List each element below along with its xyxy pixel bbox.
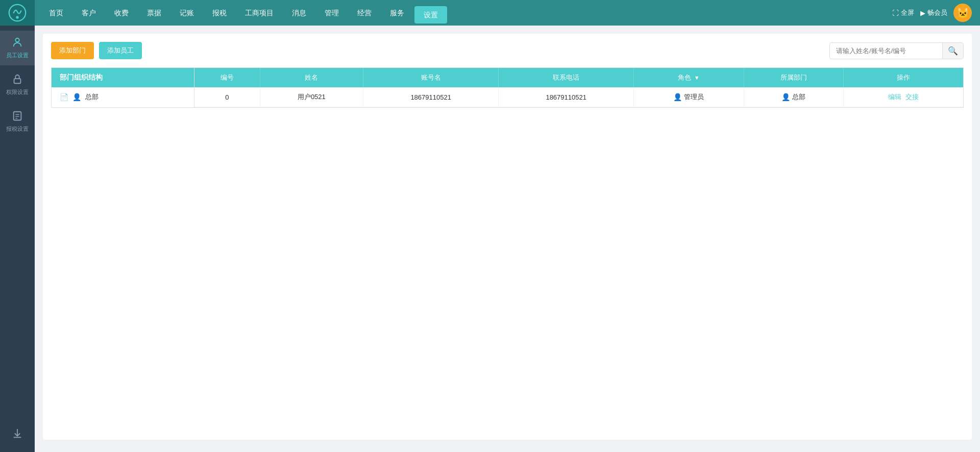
search-icon: 🔍	[948, 46, 958, 55]
search-area: 🔍	[829, 42, 964, 59]
nav-message[interactable]: 消息	[283, 0, 315, 26]
toolbar: 添加部门 添加员工 🔍	[51, 42, 964, 59]
nav-home[interactable]: 首页	[40, 0, 72, 26]
cell-actions: 编辑交接	[843, 87, 963, 107]
tree-item-headquarters[interactable]: 📄 👤 总部	[52, 87, 194, 107]
cell-name: 用户0521	[260, 87, 363, 107]
fullscreen-label: 全屏	[901, 8, 914, 17]
nav-bill[interactable]: 票据	[138, 0, 170, 26]
sidebar-permission-label: 权限设置	[6, 88, 29, 96]
col-id: 编号	[194, 68, 260, 87]
role-user-icon: 👤	[673, 93, 682, 101]
dept-label: 总部	[792, 92, 805, 102]
content-card: 添加部门 添加员工 🔍 部门组织结构 📄	[43, 34, 972, 440]
fullscreen-icon: ⛶	[892, 9, 899, 17]
cell-phone: 18679110521	[499, 87, 634, 107]
sidebar-item-permission[interactable]: 权限设置	[0, 67, 35, 102]
col-account: 账号名	[363, 68, 499, 87]
file-icon: 📄	[60, 93, 68, 101]
app-logo	[8, 4, 27, 22]
sidebar-tax-label: 报税设置	[6, 125, 29, 133]
dept-user-icon: 👤	[781, 93, 790, 101]
action-transfer-link[interactable]: 交接	[905, 93, 919, 101]
lock-icon	[12, 74, 23, 86]
main-layout: 员工设置 权限设置 报税设置	[0, 26, 980, 452]
content-area: 添加部门 添加员工 🔍 部门组织结构 📄	[35, 26, 980, 452]
table-header-row: 编号 姓名 账号名 联系电话	[194, 68, 963, 87]
sidebar-item-employee[interactable]: 员工设置	[0, 31, 35, 65]
report-icon	[12, 110, 23, 123]
svg-point-2	[15, 38, 19, 42]
filter-icon: ▼	[694, 75, 700, 81]
top-navigation: 首页 客户 收费 票据 记账 报税 工商项目 消息 管理 经营 服务 设置 ⛶ …	[0, 0, 980, 26]
cell-role: 👤 管理员	[634, 87, 744, 107]
nav-service[interactable]: 服务	[381, 0, 413, 26]
cell-account: 18679110521	[363, 87, 499, 107]
nav-fee[interactable]: 收费	[105, 0, 138, 26]
table-row: 0 用户0521 18679110521 18679110521 👤 管理员 👤…	[194, 87, 963, 107]
panel-layout: 部门组织结构 📄 👤 总部 编号	[51, 67, 964, 108]
employee-icon	[12, 37, 23, 50]
download-icon	[12, 428, 23, 441]
nav-accounting[interactable]: 记账	[170, 0, 203, 26]
nav-customer[interactable]: 客户	[72, 0, 105, 26]
fullscreen-button[interactable]: ⛶ 全屏	[892, 8, 914, 17]
col-action: 操作	[843, 68, 963, 87]
col-name: 姓名	[260, 68, 363, 87]
col-dept: 所属部门	[744, 68, 843, 87]
add-employee-button[interactable]: 添加员工	[99, 42, 142, 59]
nav-tax[interactable]: 报税	[203, 0, 236, 26]
nav-right: ⛶ 全屏 ▶ 畅会员 🐱	[892, 4, 980, 22]
vip-button[interactable]: ▶ 畅会员	[920, 8, 947, 17]
vip-label: 畅会员	[927, 8, 947, 17]
logo-area	[0, 0, 35, 26]
cell-dept: 👤 总部	[744, 87, 843, 107]
tree-header: 部门组织结构	[52, 68, 194, 87]
tree-item-label: 总部	[85, 92, 99, 102]
video-icon: ▶	[920, 9, 925, 17]
search-input[interactable]	[830, 44, 942, 58]
svg-rect-4	[14, 112, 21, 121]
employee-table: 编号 姓名 账号名 联系电话	[194, 68, 963, 107]
nav-operation[interactable]: 经营	[348, 0, 381, 26]
action-edit-link[interactable]: 编辑	[888, 93, 901, 101]
search-button[interactable]: 🔍	[942, 43, 963, 59]
sidebar-employee-label: 员工设置	[6, 52, 29, 59]
svg-rect-3	[14, 79, 21, 83]
avatar[interactable]: 🐱	[953, 4, 972, 22]
sidebar-item-tax-setting[interactable]: 报税设置	[0, 104, 35, 139]
nav-manage[interactable]: 管理	[315, 0, 348, 26]
nav-business[interactable]: 工商项目	[236, 0, 283, 26]
col-role[interactable]: 角色 ▼	[634, 68, 744, 87]
nav-items: 首页 客户 收费 票据 记账 报税 工商项目 消息 管理 经营 服务 设置	[35, 0, 892, 26]
table-panel: 编号 姓名 账号名 联系电话	[194, 68, 963, 107]
col-phone: 联系电话	[499, 68, 634, 87]
nav-settings[interactable]: 设置	[414, 6, 447, 23]
svg-point-1	[16, 16, 18, 18]
add-dept-button[interactable]: 添加部门	[51, 42, 94, 59]
tree-user-icon: 👤	[72, 93, 81, 101]
sidebar: 员工设置 权限设置 报税设置	[0, 26, 35, 452]
role-label: 管理员	[684, 92, 704, 102]
sidebar-download-button[interactable]	[0, 422, 35, 447]
tree-header-label: 部门组织结构	[60, 73, 103, 81]
cell-id: 0	[194, 87, 260, 107]
tree-panel: 部门组织结构 📄 👤 总部	[52, 68, 194, 107]
